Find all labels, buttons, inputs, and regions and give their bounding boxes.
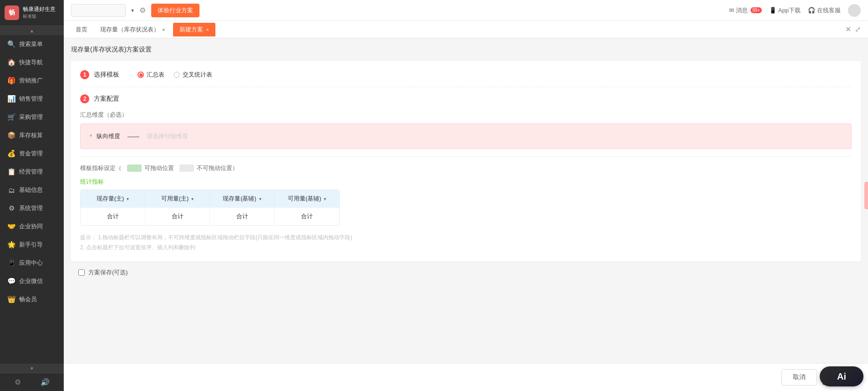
system-icon: ⚙ [7,204,15,212]
sidebar-item-sales[interactable]: 📊 销售管理 [0,90,64,108]
stats-table-header: 现存量(主) ▾ 可用量(主) ▾ 现存量(基辅) ▾ 可用量(基辅) ▾ [81,190,339,207]
sidebar-item-member[interactable]: 👑 畅会员 [0,290,64,309]
step1-badge: 1 [80,70,89,79]
sidebar-item-basic[interactable]: 🗂 基础信息 [0,181,64,199]
chevron-3[interactable]: ▾ [259,196,261,201]
tip1: 提示： 1.拖动标题栏可以调整布局，不可跨维度或指标区域拖动栏目字段(只能在同一… [80,233,852,243]
tab-new-plan-close[interactable]: × [206,27,209,32]
sidebar-scroll-up[interactable]: ▲ [0,26,64,35]
drag-label: 可拖动位置 [144,164,174,172]
col-header-2[interactable]: 可用量(主) ▾ [145,190,210,207]
search-input[interactable] [71,4,126,17]
nodrag-indicator: 不可拖动位置） [179,164,238,172]
template-indicator: 模板指标设定（ 可拖动位置 不可拖动位置） [80,164,852,172]
radio-summary[interactable]: 汇总表 [138,71,164,79]
page-title: 现存量(库存状况表)方案设置 [71,46,861,54]
settings-card: 1 选择模板 汇总表 交叉统计表 2 方案配置 [71,61,861,262]
topbar-left: ▾ ⚙ 体验行业方案 [71,4,199,17]
sidebar-item-search[interactable]: 🔍 搜索菜单 [0,35,64,53]
chevron-1[interactable]: ▾ [127,196,129,201]
sidebar-item-marketing[interactable]: 🎁 营销推广 [0,72,64,90]
sidebar-label-system: 系统管理 [19,204,43,212]
wechat-icon: 💬 [7,277,15,285]
col-header-3[interactable]: 现存量(基辅) ▾ [210,190,275,207]
col1-label: 现存量(主) [97,195,124,203]
footer-bar: 取消 查询 [64,363,868,391]
sidebar-item-nav[interactable]: 🏠 快捷导航 [0,53,64,72]
sidebar-label-purchase: 采购管理 [19,113,43,121]
topbar-gear-icon[interactable]: ⚙ [139,6,146,15]
page-content: 现存量(库存状况表)方案设置 1 选择模板 汇总表 交叉统计表 [64,38,868,363]
home-icon: 🏠 [7,58,15,67]
sidebar-label-basic: 基础信息 [19,186,43,194]
logo-icon: 畅 [5,5,19,20]
finance-icon: 💰 [7,149,15,158]
right-scrollbar[interactable] [864,182,868,209]
sidebar-scroll-down[interactable]: ▼ [0,364,64,373]
sidebar: 畅 畅康通好生意 标准版 ▲ 🔍 搜索菜单 🏠 快捷导航 🎁 营销推广 📊 销售… [0,0,64,391]
sidebar-label-appstore: 应用中心 [19,259,43,267]
tab-inventory-label: 现存量（库存状况表） [100,26,159,34]
tab-inventory-close[interactable]: × [162,27,165,32]
industry-btn[interactable]: 体验行业方案 [151,4,199,17]
sidebar-label-wechat: 企业微信 [19,277,43,285]
radio-cross[interactable]: 交叉统计表 [174,71,212,79]
sidebar-item-collab[interactable]: 🤝 企业协同 [0,217,64,236]
sidebar-label-nav: 快捷导航 [19,58,43,67]
cancel-button[interactable]: 取消 [781,369,817,386]
drag-box [127,165,142,172]
radio-cross-circle[interactable] [174,72,180,78]
cell-1-2: 合计 [145,208,210,225]
step1-header: 1 选择模板 汇总表 交叉统计表 [80,70,852,79]
cart-icon: 🛒 [7,113,15,121]
sidebar-item-appstore[interactable]: 📱 应用中心 [0,254,64,272]
tab-home[interactable]: 首页 [71,23,92,36]
sidebar-item-wechat[interactable]: 💬 企业微信 [0,272,64,290]
radio-summary-label: 汇总表 [147,71,164,79]
dim-placeholder: 请选择分组维度 [147,132,188,140]
sidebar-label-guide: 新手引导 [19,241,43,249]
sidebar-nav: 🔍 搜索菜单 🏠 快捷导航 🎁 营销推广 📊 销售管理 🛒 采购管理 📦 库存核… [0,35,64,364]
expand-icon[interactable]: ⤢ [855,25,861,34]
sidebar-item-finance[interactable]: 💰 资金管理 [0,144,64,163]
col2-label: 可用量(主) [161,195,189,203]
sidebar-item-system[interactable]: ⚙ 系统管理 [0,199,64,217]
speaker-icon[interactable]: 🔊 [41,378,50,386]
app-download-item[interactable]: 📱 App下载 [769,6,801,15]
settings-icon[interactable]: ⚙ [15,378,21,386]
save-checkbox[interactable] [78,269,85,276]
sales-icon: 📊 [7,95,15,103]
col-header-4[interactable]: 可用量(基辅) ▾ [275,190,339,207]
stats-title: 统计指标 [80,178,852,186]
service-item[interactable]: 🎧 在线客服 [808,6,841,15]
sidebar-label-inventory: 库存核算 [19,131,43,139]
radio-summary-circle[interactable] [138,72,144,78]
sidebar-label-marketing: 营销推广 [19,77,43,85]
field-row[interactable]: * 纵向维度 —— 请选择分组维度 [80,123,852,149]
app-edition: 标准版 [23,13,56,20]
step2-badge: 2 [80,94,89,103]
tip2: 2. 点击标题栏下拉可设置排序、插入列和删除列 [80,243,852,253]
sidebar-item-management[interactable]: 📋 经营管理 [0,163,64,181]
search-icon: 🔍 [7,40,15,48]
col3-label: 现存量(基辅) [223,195,256,203]
sidebar-item-inventory[interactable]: 📦 库存核算 [0,126,64,144]
divider1 [80,87,852,87]
tab-new-plan[interactable]: 新建方案 × [173,23,215,36]
sidebar-item-guide[interactable]: 🌟 新手引导 [0,236,64,254]
sidebar-item-purchase[interactable]: 🛒 采购管理 [0,108,64,126]
vertical-dim-label: 纵向维度 [97,132,120,140]
message-item[interactable]: ✉ 消息 99+ [729,6,762,15]
chevron-2[interactable]: ▾ [191,196,194,201]
avatar[interactable] [848,4,861,17]
ai-badge[interactable]: Ai [820,366,863,386]
download-icon: 📱 [769,7,776,14]
col-header-1[interactable]: 现存量(主) ▾ [81,190,145,207]
tab-new-plan-label: 新建方案 [179,26,203,34]
chevron-4[interactable]: ▾ [324,196,326,201]
dropdown-icon[interactable]: ▾ [131,7,134,14]
tab-inventory[interactable]: 现存量（库存状况表） × [94,23,171,36]
collapse-icon[interactable]: ✕ [845,25,851,34]
member-icon: 👑 [7,295,15,304]
sidebar-label-management: 经营管理 [19,168,43,176]
